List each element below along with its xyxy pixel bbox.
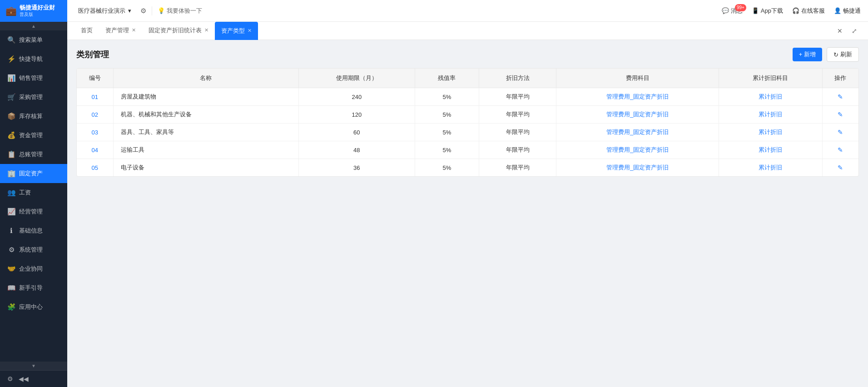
sidebar-item-系统管理[interactable]: ⚙ 系统管理	[0, 240, 67, 259]
sidebar-icon-10: ℹ	[7, 227, 15, 235]
tab-close-资产管理[interactable]: ✕	[132, 27, 136, 33]
cell-salvage-2: 5%	[415, 124, 479, 141]
sidebar-icon-13: 📖	[7, 284, 15, 292]
sidebar-item-企业协同[interactable]: 🤝 企业协同	[0, 259, 67, 278]
topbar-icon-消息: 💬	[722, 7, 729, 14]
sidebar-item-工资[interactable]: 👥 工资	[0, 183, 67, 202]
edit-icon-4[interactable]: ✎	[838, 164, 843, 171]
sidebar-label-0: 搜索菜单	[19, 36, 43, 44]
cell-cost-3: 管理费用_固定资产折旧	[556, 141, 719, 159]
topbar-label-在线客服: 在线客服	[801, 7, 825, 15]
topbar-right-item-在线客服[interactable]: 🎧 在线客服	[792, 7, 825, 15]
sidebar-scroll-down[interactable]: ▼	[0, 362, 67, 370]
table-header: 编号名称使用期限（月）残值率折旧方法费用科目累计折旧科目操作	[77, 69, 858, 88]
cell-method-0: 年限平均	[479, 88, 556, 106]
sidebar-item-资金管理[interactable]: 💰 资金管理	[0, 126, 67, 145]
table-row: 01房屋及建筑物2405%年限平均管理费用_固定资产折旧累计折旧✎	[77, 88, 858, 106]
edit-icon-2[interactable]: ✎	[838, 129, 843, 136]
cell-cost-0: 管理费用_固定资产折旧	[556, 88, 719, 106]
sidebar-item-采购管理[interactable]: 🛒 采购管理	[0, 88, 67, 107]
cell-salvage-1: 5%	[415, 106, 479, 124]
sidebar-icon-1: ⚡	[7, 55, 15, 63]
cell-code-4: 05	[77, 159, 113, 177]
cell-cost-1: 管理费用_固定资产折旧	[556, 106, 719, 124]
col-header-2: 使用期限（月）	[298, 69, 415, 88]
cell-code-0: 01	[77, 88, 113, 106]
menu-selector-text: 医疗器械行业演示	[78, 7, 125, 15]
category-table: 编号名称使用期限（月）残值率折旧方法费用科目累计折旧科目操作 01房屋及建筑物2…	[77, 69, 858, 176]
col-header-7: 操作	[822, 69, 858, 88]
close-tab-action[interactable]: ✕	[833, 25, 846, 37]
sidebar-icon-8: 👥	[7, 189, 15, 197]
sidebar-item-快捷导航[interactable]: ⚡ 快捷导航	[0, 50, 67, 69]
sidebar-item-应用中心[interactable]: 🧩 应用中心	[0, 298, 67, 317]
cell-name-1: 机器、机械和其他生产设备	[113, 106, 298, 124]
sidebar-item-基础信息[interactable]: ℹ 基础信息	[0, 221, 67, 240]
tab-label-2: 固定资产折旧统计表	[149, 26, 202, 35]
sidebar-item-新手引导[interactable]: 📖 新手引导	[0, 278, 67, 298]
edit-icon-0[interactable]: ✎	[838, 93, 843, 100]
sidebar-icon-7: 🏢	[7, 169, 15, 178]
sidebar-scroll-up[interactable]: ▲	[0, 22, 67, 30]
cell-salvage-4: 5%	[415, 159, 479, 177]
sidebar-item-经营管理[interactable]: 📈 经营管理	[0, 202, 67, 221]
topbar-icon-App下载: 📱	[752, 7, 759, 14]
sidebar-item-搜索菜单[interactable]: 🔍 搜索菜单	[0, 30, 67, 50]
sidebar-label-13: 新手引导	[19, 284, 43, 292]
sidebar-item-固定资产[interactable]: 🏢 固定资产	[0, 164, 67, 183]
sidebar-item-库存核算[interactable]: 📦 库存核算	[0, 107, 67, 126]
sidebar-icon-14: 🧩	[7, 303, 15, 311]
table-body: 01房屋及建筑物2405%年限平均管理费用_固定资产折旧累计折旧✎02机器、机械…	[77, 88, 858, 177]
table-header-row: 编号名称使用期限（月）残值率折旧方法费用科目累计折旧科目操作	[77, 69, 858, 88]
cell-action-4[interactable]: ✎	[822, 159, 858, 177]
new-button[interactable]: + 新增	[793, 48, 822, 61]
cell-action-2[interactable]: ✎	[822, 124, 858, 141]
menu-selector[interactable]: 医疗器械行业演示 ▾	[74, 5, 135, 17]
refresh-button[interactable]: ↻ 刷新	[827, 47, 859, 62]
topbar-divider	[152, 6, 152, 15]
sidebar-label-10: 基础信息	[19, 227, 43, 235]
tab-固定资产折旧统计表[interactable]: 固定资产折旧统计表 ✕	[142, 22, 215, 40]
edit-icon-3[interactable]: ✎	[838, 146, 843, 154]
cell-period-3: 48	[298, 141, 415, 159]
cell-action-1[interactable]: ✎	[822, 106, 858, 124]
content-area: 类别管理 + 新增 ↻ 刷新 编号名称使用期限（月）残值率折旧方法费用科目累计折…	[67, 40, 868, 387]
sidebar-item-总账管理[interactable]: 📋 总账管理	[0, 145, 67, 164]
cell-acc-4: 累计折旧	[719, 159, 822, 177]
tab-label-3: 资产类型	[221, 27, 245, 35]
cell-action-3[interactable]: ✎	[822, 141, 858, 159]
settings-footer-icon[interactable]: ⚙	[7, 375, 13, 382]
tab-资产类型[interactable]: 资产类型 ✕	[215, 22, 258, 40]
experience-button[interactable]: 💡 我要体验一下	[158, 7, 202, 15]
tab-close-资产类型[interactable]: ✕	[248, 28, 252, 34]
sidebar-icon-5: 💰	[7, 131, 15, 139]
table-row: 03器具、工具、家具等605%年限平均管理费用_固定资产折旧累计折旧✎	[77, 124, 858, 141]
tab-资产管理[interactable]: 资产管理 ✕	[99, 22, 142, 40]
cell-salvage-0: 5%	[415, 88, 479, 106]
sidebar-label-9: 经营管理	[19, 208, 43, 216]
collapse-sidebar-button[interactable]: ◀◀	[19, 375, 29, 382]
topbar: 医疗器械行业演示 ▾ ⚙ 💡 我要体验一下 💬 消息 99+ 📱 App下载 🎧…	[67, 0, 868, 22]
cell-code-1: 02	[77, 106, 113, 124]
cell-method-1: 年限平均	[479, 106, 556, 124]
sidebar-label-1: 快捷导航	[19, 55, 43, 63]
tab-首页[interactable]: 首页	[74, 22, 99, 40]
sidebar-item-销售管理[interactable]: 📊 销售管理	[0, 69, 67, 88]
cell-action-0[interactable]: ✎	[822, 88, 858, 106]
col-header-3: 残值率	[415, 69, 479, 88]
tabs-bar: 首页 资产管理 ✕ 固定资产折旧统计表 ✕ 资产类型 ✕ ✕ ⤢	[67, 22, 868, 40]
topbar-gear-icon[interactable]: ⚙	[140, 7, 146, 15]
edit-icon-1[interactable]: ✎	[838, 111, 843, 118]
col-header-6: 累计折旧科目	[719, 69, 822, 88]
sidebar-icon-0: 🔍	[7, 36, 15, 44]
topbar-right-item-App下载[interactable]: 📱 App下载	[752, 7, 783, 15]
topbar-right-item-消息[interactable]: 💬 消息 99+	[722, 7, 743, 15]
refresh-icon: ↻	[833, 51, 838, 58]
sidebar-icon-4: 📦	[7, 112, 15, 120]
cell-acc-1: 累计折旧	[719, 106, 822, 124]
tab-close-固定资产折旧统计表[interactable]: ✕	[204, 27, 208, 33]
experience-text: 我要体验一下	[167, 7, 202, 15]
expand-tab-action[interactable]: ⤢	[848, 25, 861, 37]
topbar-right-item-畅捷通[interactable]: 👤 畅捷通	[834, 7, 861, 15]
sidebar-label-7: 固定资产	[19, 169, 43, 178]
